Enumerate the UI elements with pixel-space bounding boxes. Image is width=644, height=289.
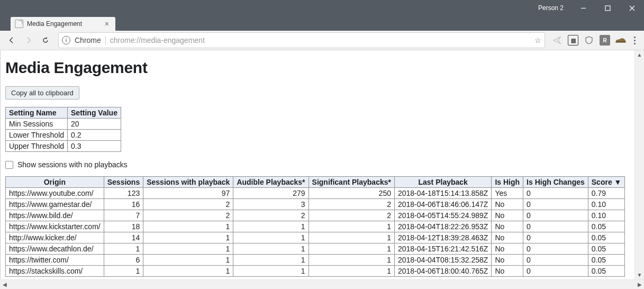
extension-icon-send[interactable] <box>551 34 564 47</box>
cell-last-playback: 2018-04-06T18:00:40.765Z <box>394 266 491 277</box>
scroll-left-arrow-icon[interactable]: ◀ <box>0 280 9 289</box>
col-significant[interactable]: Significant Playbacks* <box>309 177 394 188</box>
cell-origin: https://www.decathlon.de/ <box>6 243 104 255</box>
back-button[interactable] <box>4 33 19 48</box>
cell-score: 0.05 <box>588 243 625 255</box>
cell-sessions: 16 <box>104 199 143 210</box>
col-audible[interactable]: Audible Playbacks* <box>233 177 309 188</box>
tab-title: Media Engagement <box>27 20 104 28</box>
setting-value: 0.2 <box>68 130 121 141</box>
cell-is-high-changes: 0 <box>523 188 588 199</box>
cell-score: 0.05 <box>588 255 625 266</box>
setting-name: Min Sessions <box>6 119 68 130</box>
extension-icon-box[interactable]: ▧ <box>567 34 579 47</box>
scroll-up-arrow-icon[interactable]: ▲ <box>635 50 644 59</box>
scroll-track[interactable] <box>9 280 635 289</box>
url-text: chrome://media-engagement <box>110 36 205 44</box>
cell-sessions-playback: 2 <box>143 210 233 221</box>
show-sessions-no-playbacks-checkbox[interactable] <box>5 161 13 169</box>
vertical-scrollbar[interactable]: ▲ ▼ <box>634 50 644 279</box>
extension-icon-shield[interactable] <box>583 34 595 47</box>
copy-all-to-clipboard-button[interactable]: Copy all to clipboard <box>5 86 79 100</box>
cell-significant: 1 <box>309 221 394 232</box>
address-bar[interactable]: i Chrome chrome://media-engagement ☆ <box>58 32 545 48</box>
cell-origin: https://www.bild.de/ <box>6 210 104 221</box>
cell-score: 0.05 <box>588 232 625 243</box>
table-row: https://www.kickstarter.com/181112018-04… <box>6 221 625 232</box>
table-row: Lower Threshold0.2 <box>6 130 121 141</box>
table-row: Upper Threshold0.3 <box>6 141 121 152</box>
col-is-high[interactable]: Is High <box>492 177 523 188</box>
extension-icon-shoe[interactable] <box>614 34 627 47</box>
cell-sessions: 123 <box>104 188 143 199</box>
horizontal-scrollbar[interactable]: ◀ ▶ <box>0 279 644 289</box>
cell-audible: 1 <box>233 221 309 232</box>
browser-window: Person 2 Media Engagement × i <box>0 0 644 289</box>
cell-significant: 1 <box>309 266 394 277</box>
cell-sessions: 1 <box>104 243 143 255</box>
cell-sessions-playback: 2 <box>143 199 233 210</box>
cell-is-high-changes: 0 <box>523 221 588 232</box>
cell-score: 0.05 <box>588 266 625 277</box>
cell-last-playback: 2018-04-05T14:55:24.989Z <box>394 210 491 221</box>
cell-origin: https://stackskills.com/ <box>6 266 104 277</box>
chrome-menu-button[interactable] <box>630 33 640 48</box>
table-row: https://www.decathlon.de/11112018-04-15T… <box>6 243 625 255</box>
show-sessions-no-playbacks-label: Show sessions with no playbacks <box>17 160 128 169</box>
browser-tab[interactable]: Media Engagement × <box>11 17 115 31</box>
cell-is-high: No <box>492 243 523 255</box>
col-sessions[interactable]: Sessions <box>104 177 143 188</box>
cell-last-playback: 2018-04-04T08:15:32.258Z <box>394 255 491 266</box>
cell-is-high: No <box>492 199 523 210</box>
cell-sessions-playback: 1 <box>143 255 233 266</box>
cell-last-playback: 2018-04-18T15:14:13.858Z <box>394 188 491 199</box>
col-origin[interactable]: Origin <box>6 177 104 188</box>
cell-significant: 2 <box>309 199 394 210</box>
cell-is-high: No <box>492 221 523 232</box>
setting-value: 20 <box>68 119 121 130</box>
engagement-table: Origin Sessions Sessions with playback A… <box>5 176 625 277</box>
cell-score: 0.05 <box>588 221 625 232</box>
separator <box>105 35 106 45</box>
cell-significant: 1 <box>309 232 394 243</box>
cell-sessions-playback: 1 <box>143 221 233 232</box>
col-last-playback[interactable]: Last Playback <box>394 177 491 188</box>
cell-audible: 279 <box>233 188 309 199</box>
cell-audible: 1 <box>233 255 309 266</box>
window-minimize-button[interactable] <box>571 0 595 16</box>
cell-is-high: No <box>492 266 523 277</box>
scroll-track[interactable] <box>635 59 644 270</box>
reload-button[interactable] <box>38 33 53 48</box>
settings-header-name: Setting Name <box>6 107 68 119</box>
table-row: https://stackskills.com/11112018-04-06T1… <box>6 266 625 277</box>
forward-button[interactable] <box>21 33 36 48</box>
table-row: http://www.kicker.de/141112018-04-12T18:… <box>6 232 625 243</box>
tab-close-button[interactable]: × <box>104 20 110 28</box>
cell-sessions: 7 <box>104 210 143 221</box>
scroll-down-arrow-icon[interactable]: ▼ <box>635 270 644 279</box>
col-sessions-playback[interactable]: Sessions with playback <box>143 177 233 188</box>
cell-is-high: Yes <box>492 188 523 199</box>
site-info-icon[interactable]: i <box>62 36 70 44</box>
cell-audible: 2 <box>233 210 309 221</box>
extension-icon-r[interactable]: R <box>598 34 611 47</box>
cell-audible: 3 <box>233 199 309 210</box>
col-score[interactable]: Score ▼ <box>588 177 625 188</box>
cell-sessions-playback: 1 <box>143 243 233 255</box>
cell-significant: 1 <box>309 243 394 255</box>
window-maximize-button[interactable] <box>595 0 620 16</box>
window-close-button[interactable] <box>620 0 644 16</box>
cell-is-high-changes: 0 <box>523 255 588 266</box>
cell-is-high: No <box>492 232 523 243</box>
scroll-right-arrow-icon[interactable]: ▶ <box>635 280 644 289</box>
col-is-high-changes[interactable]: Is High Changes <box>523 177 588 188</box>
cell-origin: https://twitter.com/ <box>6 255 104 266</box>
cell-origin: https://www.gamestar.de/ <box>6 199 104 210</box>
table-row: https://www.youtube.com/123972792502018-… <box>6 188 625 199</box>
bookmark-star-icon[interactable]: ☆ <box>534 36 541 44</box>
profile-indicator[interactable]: Person 2 <box>531 0 571 16</box>
cell-is-high: No <box>492 210 523 221</box>
cell-significant: 2 <box>309 210 394 221</box>
table-row: https://twitter.com/61112018-04-04T08:15… <box>6 255 625 266</box>
cell-is-high-changes: 0 <box>523 199 588 210</box>
